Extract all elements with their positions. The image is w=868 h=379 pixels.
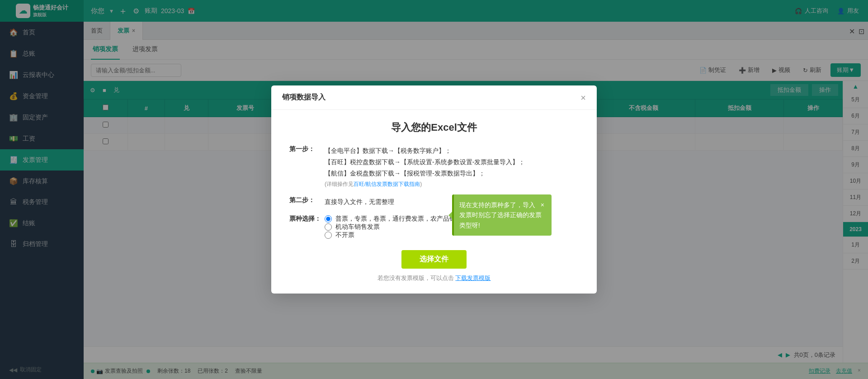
step1-content: 【全电平台】数据下载→【税务数字账户】； 【百旺】税控盘数据下载→【系统设置-系… bbox=[325, 145, 525, 189]
tooltip-bar bbox=[452, 194, 454, 236]
step1-line2: 【百旺】税控盘数据下载→【系统设置-系统参数设置-发票批量导入】； bbox=[325, 156, 525, 168]
step1-row: 第一步： 【全电平台】数据下载→【税务数字账户】； 【百旺】税控盘数据下载→【系… bbox=[289, 145, 579, 189]
import-modal: 销项数据导入 × 导入您的Excel文件 第一步： 【全电平台】数据下载→【税务… bbox=[271, 85, 597, 294]
step2-content: 直接导入文件，无需整理 bbox=[325, 196, 394, 208]
modal-close-button[interactable]: × bbox=[580, 93, 586, 102]
modal-footer: 若您没有发票模版，可以点击 下载发票模版 bbox=[289, 274, 579, 282]
radio-motor-input[interactable] bbox=[325, 223, 332, 231]
radio-normal-input[interactable] bbox=[325, 215, 332, 223]
radio-motor-label: 机动车销售发票 bbox=[335, 223, 380, 231]
footer-text: 若您没有发票模版，可以点击 bbox=[377, 275, 454, 281]
ticket-type-label: 票种选择： bbox=[289, 215, 321, 223]
step1-line1: 【全电平台】数据下载→【税务数字账户】； bbox=[325, 145, 525, 156]
step1-label: 第一步： bbox=[289, 145, 321, 153]
download-template-link[interactable]: 下载发票模版 bbox=[455, 275, 491, 281]
step1-note: (详细操作见百旺/航信发票数据下载指南) bbox=[325, 180, 525, 190]
modal-main-title: 导入您的Excel文件 bbox=[289, 121, 579, 134]
radio-none-input[interactable] bbox=[325, 232, 332, 239]
step1-line3: 【航信】金税盘数据下载→【报税管理-发票数据导出】； bbox=[325, 168, 525, 179]
tooltip-close-button[interactable]: × bbox=[541, 200, 544, 210]
step2-label: 第二步： bbox=[289, 196, 321, 204]
guide-link[interactable]: 百旺/航信发票数据下载指南 bbox=[354, 181, 420, 187]
modal-header: 销项数据导入 × bbox=[271, 85, 597, 110]
modal-title: 销项数据导入 bbox=[282, 93, 326, 102]
tooltip-text: 现在支持的票种多了，导入发票时别忘了选择正确的发票类型呀! bbox=[459, 201, 542, 229]
tooltip-popup: × 现在支持的票种多了，导入发票时别忘了选择正确的发票类型呀! bbox=[452, 194, 552, 236]
select-file-button[interactable]: 选择文件 bbox=[401, 250, 467, 269]
radio-none-label: 不开票 bbox=[335, 231, 354, 239]
